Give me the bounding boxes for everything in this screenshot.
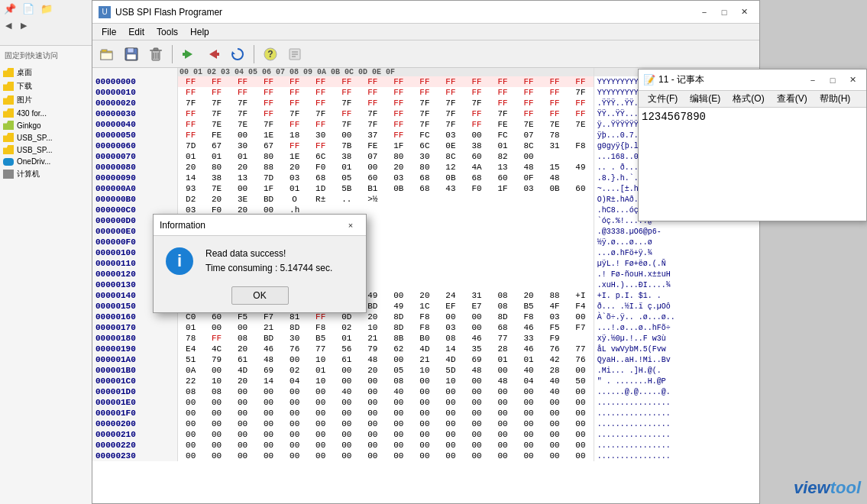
hex-byte-cell[interactable] xyxy=(568,258,594,269)
hex-byte-cell[interactable]: 8D xyxy=(386,312,412,322)
hex-byte-cell[interactable]: 00 xyxy=(542,408,568,418)
hex-byte-cell[interactable]: FF xyxy=(490,87,516,98)
hex-byte-cell[interactable] xyxy=(438,269,464,279)
hex-byte-cell[interactable] xyxy=(568,269,594,279)
hex-byte-cell[interactable]: 00 xyxy=(177,397,203,408)
hex-byte-cell[interactable] xyxy=(516,215,542,226)
hex-byte-cell[interactable]: +I xyxy=(568,290,594,301)
hex-byte-cell[interactable]: 80 xyxy=(203,162,229,173)
hex-byte-cell[interactable]: 00 xyxy=(177,429,203,440)
hex-byte-cell[interactable]: 30 xyxy=(412,151,438,162)
hex-byte-cell[interactable] xyxy=(516,205,542,215)
notepad-menu-file[interactable]: 文件(F) xyxy=(642,91,684,107)
hex-byte-cell[interactable] xyxy=(438,205,464,215)
hex-byte-cell[interactable]: 28 xyxy=(490,344,516,354)
hex-byte-cell[interactable]: 00 xyxy=(464,312,490,322)
hex-byte-cell[interactable]: 10 xyxy=(412,365,438,376)
hex-byte-cell[interactable]: 7F xyxy=(308,108,334,119)
hex-byte-cell[interactable]: 18 xyxy=(282,130,308,141)
notepad-minimize-button[interactable]: − xyxy=(804,73,822,88)
hex-byte-cell[interactable]: 00 xyxy=(438,386,464,397)
hex-byte-cell[interactable]: FF xyxy=(568,98,594,108)
hex-byte-cell[interactable]: FC xyxy=(490,130,516,141)
hex-byte-cell[interactable]: 37 xyxy=(360,130,386,141)
hex-byte-cell[interactable]: FF xyxy=(282,141,308,151)
hex-byte-cell[interactable] xyxy=(412,279,438,290)
hex-byte-cell[interactable]: 07 xyxy=(516,130,542,141)
hex-byte-cell[interactable]: 08 xyxy=(386,376,412,386)
toolbar-forward[interactable] xyxy=(177,44,200,65)
hex-byte-cell[interactable]: 79 xyxy=(203,354,229,365)
hex-byte-cell[interactable]: 00 xyxy=(334,130,360,141)
hex-byte-cell[interactable]: 00 xyxy=(360,429,386,440)
hex-byte-cell[interactable]: 00 xyxy=(334,418,360,429)
hex-byte-cell[interactable]: 48 xyxy=(256,354,282,365)
hex-byte-cell[interactable]: 7E xyxy=(230,119,256,130)
hex-byte-cell[interactable]: 00 xyxy=(542,429,568,440)
hex-byte-cell[interactable]: FF xyxy=(490,98,516,108)
hex-byte-cell[interactable]: 01 xyxy=(308,365,334,376)
hex-byte-cell[interactable]: F8 xyxy=(568,141,594,151)
hex-byte-cell[interactable]: 00 xyxy=(568,408,594,418)
hex-byte-cell[interactable]: 24 xyxy=(438,290,464,301)
hex-byte-cell[interactable] xyxy=(490,279,516,290)
hex-byte-cell[interactable]: 00 xyxy=(464,429,490,440)
hex-byte-cell[interactable]: 00 xyxy=(282,386,308,397)
hex-byte-cell[interactable] xyxy=(516,279,542,290)
hex-byte-cell[interactable]: 8D xyxy=(386,322,412,333)
hex-byte-cell[interactable] xyxy=(516,247,542,258)
hex-byte-cell[interactable] xyxy=(464,237,490,247)
hex-byte-cell[interactable]: FF xyxy=(542,76,568,87)
hex-byte-cell[interactable]: 00 xyxy=(308,397,334,408)
vs-tool-copy[interactable]: 📄 xyxy=(20,1,37,16)
hex-byte-cell[interactable]: 08 xyxy=(177,386,203,397)
hex-byte-cell[interactable]: 10 xyxy=(308,376,334,386)
hex-byte-cell[interactable]: 60 xyxy=(464,151,490,162)
hex-byte-cell[interactable]: 00 xyxy=(282,354,308,365)
hex-byte-cell[interactable]: 01 xyxy=(490,141,516,151)
menu-tools[interactable]: Tools xyxy=(150,25,184,39)
hex-byte-cell[interactable]: FF xyxy=(412,76,438,87)
hex-byte-cell[interactable]: B0 xyxy=(412,333,438,344)
hex-byte-cell[interactable]: 1F xyxy=(256,183,282,194)
hex-byte-cell[interactable]: 48 xyxy=(516,162,542,173)
hex-byte-cell[interactable]: 00 xyxy=(308,418,334,429)
hex-byte-cell[interactable]: 00 xyxy=(516,418,542,429)
hex-byte-cell[interactable]: 00 xyxy=(230,130,256,141)
hex-byte-cell[interactable]: 00 xyxy=(282,408,308,418)
hex-byte-cell[interactable]: F8 xyxy=(308,322,334,333)
hex-byte-cell[interactable]: 46 xyxy=(464,333,490,344)
hex-byte-cell[interactable]: 40 xyxy=(542,386,568,397)
hex-byte-cell[interactable]: 00 xyxy=(490,397,516,408)
hex-byte-cell[interactable]: 77 xyxy=(568,344,594,354)
hex-byte-cell[interactable]: 61 xyxy=(334,354,360,365)
hex-byte-cell[interactable]: 78 xyxy=(542,130,568,141)
hex-byte-cell[interactable]: 40 xyxy=(334,386,360,397)
hex-byte-cell[interactable] xyxy=(542,258,568,269)
hex-byte-cell[interactable]: FE xyxy=(360,141,386,151)
hex-byte-cell[interactable]: F7 xyxy=(256,312,282,322)
hex-byte-cell[interactable] xyxy=(568,205,594,215)
hex-byte-cell[interactable] xyxy=(568,247,594,258)
hex-byte-cell[interactable]: 7F xyxy=(568,87,594,98)
hex-byte-cell[interactable]: 00 xyxy=(334,408,360,418)
hex-byte-cell[interactable] xyxy=(386,194,412,205)
hex-byte-cell[interactable]: 6C xyxy=(412,141,438,151)
hex-byte-cell[interactable] xyxy=(386,279,412,290)
hex-byte-cell[interactable]: 00 xyxy=(282,397,308,408)
hex-byte-cell[interactable]: 10 xyxy=(438,376,464,386)
hex-byte-cell[interactable]: 00 xyxy=(412,451,438,461)
hex-byte-cell[interactable]: 00 xyxy=(386,451,412,461)
hex-byte-cell[interactable]: 7F xyxy=(203,108,229,119)
hex-byte-cell[interactable]: FF xyxy=(230,87,256,98)
hex-byte-cell[interactable]: 01 xyxy=(334,333,360,344)
hex-byte-cell[interactable]: 77 xyxy=(308,344,334,354)
hex-byte-cell[interactable]: FF xyxy=(386,108,412,119)
hex-byte-cell[interactable]: FF xyxy=(282,119,308,130)
sidebar-item-usb1[interactable]: USB_SP... xyxy=(0,131,92,144)
hex-byte-cell[interactable]: FF xyxy=(516,98,542,108)
hex-byte-cell[interactable]: 00 xyxy=(230,408,256,418)
hex-byte-cell[interactable]: 31 xyxy=(542,141,568,151)
hex-byte-cell[interactable]: 00 xyxy=(230,418,256,429)
hex-byte-cell[interactable]: 00 xyxy=(386,408,412,418)
